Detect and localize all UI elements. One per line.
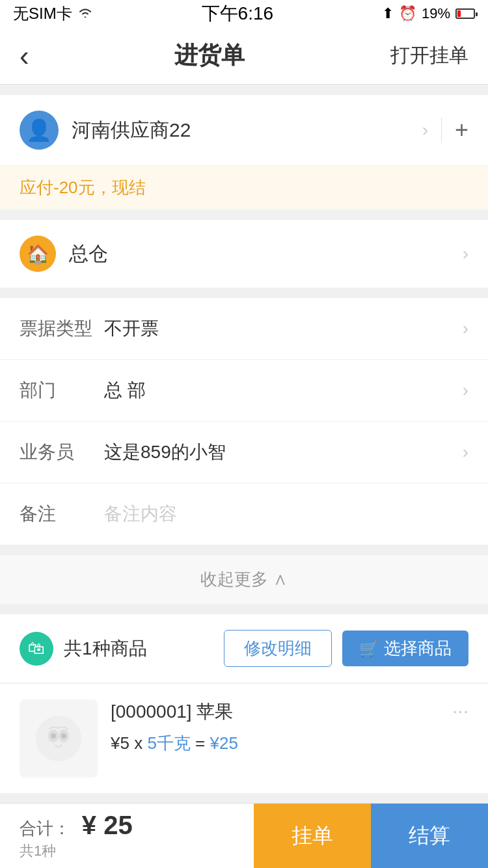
total-amount: ¥ 25 [82, 811, 133, 839]
product-info: [0000001] 苹果 ¥5 x 5千克 = ¥25 [111, 699, 446, 755]
salesman-row[interactable]: 业务员 这是859的小智 › [0, 422, 488, 483]
supplier-avatar: 👤 [20, 111, 59, 150]
house-icon: 🏠 [27, 243, 49, 265]
department-row[interactable]: 部门 总 部 › [0, 360, 488, 422]
products-icon-circle: 🛍 [20, 632, 53, 666]
remark-input[interactable]: 备注内容 [104, 502, 468, 526]
department-value: 总 部 [104, 378, 463, 403]
product-name: [0000001] 苹果 [111, 699, 446, 724]
owl-logo-icon [33, 712, 85, 765]
warehouse-name: 总仓 [69, 241, 463, 267]
warehouse-chevron-icon: › [463, 243, 468, 264]
chevron-right-icon: › [422, 120, 428, 141]
total-label: 合计： [20, 819, 70, 838]
invoice-row[interactable]: 票据类型 不开票 › [0, 298, 488, 360]
invoice-chevron-icon: › [463, 318, 468, 339]
select-product-label: 选择商品 [384, 637, 452, 660]
page-title: 进货单 [174, 40, 245, 72]
footer: 合计： ¥ 25 共1种 挂单 结算 [0, 803, 488, 868]
invoice-label: 票据类型 [20, 316, 104, 341]
location-icon: ⬆ [382, 5, 394, 22]
products-count: 共1种商品 [64, 636, 224, 661]
status-left: 无SIM卡 [13, 3, 93, 24]
vertical-divider [441, 117, 442, 143]
product-price: ¥5 x 5千克 = ¥25 [111, 732, 446, 755]
pending-button[interactable]: 挂单 [254, 804, 371, 869]
battery-icon [455, 8, 475, 19]
remark-row[interactable]: 备注 备注内容 [0, 483, 488, 545]
total-count: 共1种 [20, 841, 234, 861]
time-label: 下午6:16 [202, 1, 274, 26]
carrier-label: 无SIM卡 [13, 3, 72, 24]
status-bar: 无SIM卡 下午6:16 ⬆ ⏰ 19% [0, 0, 488, 27]
notice-bar: 应付-20元，现结 [0, 166, 488, 210]
collapse-toggle-button[interactable]: 收起更多 ∧ [0, 555, 488, 604]
alarm-icon: ⏰ [399, 5, 416, 22]
product-item: [0000001] 苹果 ¥5 x 5千克 = ¥25 ··· [0, 684, 488, 793]
select-product-button[interactable]: 🛒 选择商品 [342, 631, 468, 666]
department-chevron-icon: › [463, 380, 468, 401]
svg-point-4 [61, 733, 66, 739]
cart-icon: 🛒 [359, 640, 379, 658]
salesman-value: 这是859的小智 [104, 440, 463, 465]
notice-text: 应付-20元，现结 [20, 178, 146, 197]
user-icon: 👤 [26, 118, 52, 142]
total-text: ¥25 [210, 733, 237, 753]
nav-bar: ‹ 进货单 打开挂单 [0, 27, 488, 85]
battery-percent: 19% [422, 5, 450, 22]
equals-text: = [191, 733, 210, 753]
supplier-section: 👤 河南供应商22 › + 应付-20元，现结 [0, 95, 488, 210]
department-label: 部门 [20, 378, 104, 403]
price-text: ¥5 x [111, 733, 147, 753]
bag-icon: 🛍 [28, 638, 45, 658]
wifi-icon [77, 5, 93, 23]
more-options-button[interactable]: ··· [446, 699, 468, 722]
warehouse-row[interactable]: 🏠 总仓 › [0, 220, 488, 288]
supplier-row[interactable]: 👤 河南供应商22 › + [0, 95, 488, 166]
supplier-name: 河南供应商22 [72, 117, 422, 144]
status-right: ⬆ ⏰ 19% [382, 5, 475, 22]
form-section: 票据类型 不开票 › 部门 总 部 › 业务员 这是859的小智 › 备注 备注… [0, 298, 488, 545]
footer-total: 合计： ¥ 25 共1种 [0, 811, 254, 861]
salesman-chevron-icon: › [463, 442, 468, 463]
back-button[interactable]: ‹ [20, 40, 29, 72]
open-pending-button[interactable]: 打开挂单 [390, 42, 468, 69]
remark-label: 备注 [20, 502, 104, 526]
warehouse-icon-circle: 🏠 [20, 236, 56, 272]
add-supplier-button[interactable]: + [455, 116, 468, 144]
checkout-button[interactable]: 结算 [371, 804, 488, 869]
svg-point-0 [36, 716, 81, 761]
invoice-value: 不开票 [104, 316, 463, 341]
edit-detail-button[interactable]: 修改明细 [224, 630, 332, 667]
product-thumbnail [20, 699, 98, 778]
svg-point-3 [51, 733, 56, 739]
qty-text: 5千克 [147, 733, 190, 753]
products-header: 🛍 共1种商品 修改明细 🛒 选择商品 [0, 614, 488, 683]
salesman-label: 业务员 [20, 440, 104, 465]
